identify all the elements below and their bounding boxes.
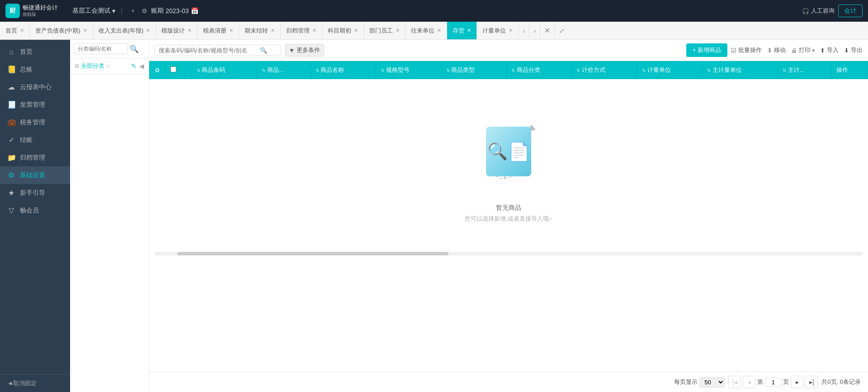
collapse-panel-icon[interactable]: ◀ xyxy=(139,62,144,70)
tab-close-all-button[interactable]: ✕ xyxy=(540,22,555,40)
tab-home-close[interactable]: ✕ xyxy=(20,28,24,33)
tab-dept[interactable]: 部门员工 ✕ xyxy=(364,22,406,40)
tab-template-label: 模版设计 xyxy=(161,27,185,35)
member-icon: ▽ xyxy=(7,206,15,215)
archive-icon: 📁 xyxy=(7,153,15,162)
tab-archive[interactable]: 归档管理 ✕ xyxy=(281,22,322,40)
sidebar-item-member[interactable]: ▽ 畅会员 xyxy=(0,202,70,219)
tab-template-close[interactable]: ✕ xyxy=(188,28,192,33)
th-action: 操作 xyxy=(831,61,868,79)
th-price-method[interactable]: ⇅ 计价方式 xyxy=(572,61,637,79)
tab-template[interactable]: 模版设计 ✕ xyxy=(156,22,198,40)
tab-home-label: 首页 xyxy=(5,27,17,35)
settings-icon-button[interactable]: ⚙ xyxy=(142,7,147,14)
category-search-input[interactable] xyxy=(74,43,128,54)
tab-subject[interactable]: 科目期初 ✕ xyxy=(322,22,364,40)
tax-icon: 💼 xyxy=(7,118,15,127)
tab-unit-label: 计量单位 xyxy=(482,27,506,35)
calendar-icon[interactable]: 📅 xyxy=(191,7,198,14)
tab-unit-close[interactable]: ✕ xyxy=(509,28,513,33)
account-button[interactable]: 会计 xyxy=(838,5,863,17)
cloud-icon: ☁ xyxy=(7,83,15,91)
toolbar: 🔍 ▼ 更多条件 + 新增商品 ☑ 批量操作 ⇕ 移 xyxy=(149,40,868,61)
page-number-input[interactable] xyxy=(765,378,781,387)
tab-expand-button[interactable]: ⤢ xyxy=(555,22,569,40)
print-chevron: ▾ xyxy=(812,48,815,53)
tab-income[interactable]: 收入支出表(年报) ✕ xyxy=(93,22,156,40)
select-all-checkbox[interactable] xyxy=(170,66,176,72)
th-settings[interactable]: ⚙ xyxy=(149,61,165,79)
edit-category-icon[interactable]: ✎ xyxy=(131,62,137,70)
scrollbar-thumb[interactable] xyxy=(177,252,448,255)
per-page-label: 每页显示 xyxy=(674,378,698,386)
page-next-button[interactable]: ▸ xyxy=(791,376,803,388)
tab-transfer[interactable]: 期末结转 ✕ xyxy=(239,22,281,40)
sidebar-item-reports[interactable]: ☁ 云报表中心 xyxy=(0,78,70,96)
sidebar-item-tax[interactable]: 💼 税务管理 xyxy=(0,113,70,131)
sidebar-item-home[interactable]: ⌂ 首页 xyxy=(0,43,70,61)
filter-button[interactable]: ▼ 更多条件 xyxy=(285,44,324,57)
add-product-button[interactable]: + 新增商品 xyxy=(686,43,727,57)
th-barcode[interactable]: ⇅ 商品条码 xyxy=(192,61,257,79)
tab-inventory-close[interactable]: ✕ xyxy=(467,28,471,33)
sidebar-item-close[interactable]: ✓ 结账 xyxy=(0,131,70,149)
th-main-unit[interactable]: ⇅ 主计量单位 xyxy=(703,61,778,79)
header-icons: ＋ ⚙ xyxy=(130,7,147,15)
tab-contacts-close[interactable]: ✕ xyxy=(437,28,441,33)
sidebar-archive-label: 归档管理 xyxy=(20,154,45,162)
th-code[interactable]: ⇅ 商品... xyxy=(257,61,311,79)
page-last-button[interactable]: ▸| xyxy=(805,376,818,388)
logo-text-block: 畅捷通好会计 旗舰版 xyxy=(23,4,58,18)
th-checkbox[interactable] xyxy=(165,61,192,79)
tab-unit[interactable]: 计量单位 ✕ xyxy=(477,22,519,40)
tab-tax[interactable]: 税表清册 ✕ xyxy=(198,22,239,40)
th-main-unit2[interactable]: ⇅ 主计... xyxy=(778,61,832,79)
sort-main2-icon: ⇅ xyxy=(783,68,786,73)
all-category-label[interactable]: 全部分类 xyxy=(81,62,104,70)
tab-tax-close[interactable]: ✕ xyxy=(229,28,233,33)
sidebar-item-invoice[interactable]: 🧾 发票管理 xyxy=(0,96,70,113)
batch-label: 批量操作 xyxy=(738,46,762,54)
import-button[interactable]: ⬆ 导入 xyxy=(820,46,839,54)
tab-prev-button[interactable]: ‹ xyxy=(519,22,529,40)
tab-income-close[interactable]: ✕ xyxy=(146,28,150,33)
tab-subject-close[interactable]: ✕ xyxy=(354,28,358,33)
tab-home[interactable]: 首页 ✕ xyxy=(0,22,30,40)
th-type[interactable]: ⇅ 商品类型 xyxy=(441,61,506,79)
product-search-input[interactable] xyxy=(159,47,258,54)
tab-next-button[interactable]: › xyxy=(529,22,540,40)
print-button[interactable]: 🖨 打印 ▾ xyxy=(791,46,815,54)
page-prev-button[interactable]: ◂ xyxy=(743,376,755,388)
service-button[interactable]: 🎧 人工咨询 xyxy=(802,7,835,15)
company-selector[interactable]: 基层工会测试 ▾ xyxy=(72,7,115,15)
per-page-select[interactable]: 50 10 20 100 xyxy=(699,377,725,387)
move-button[interactable]: ⇕ 移动 xyxy=(767,46,786,54)
page-first-button[interactable]: |◂ xyxy=(728,376,741,388)
add-tab-button[interactable]: ＋ xyxy=(130,7,136,15)
tab-dept-close[interactable]: ✕ xyxy=(396,28,400,33)
product-search-bar[interactable]: 🔍 xyxy=(155,45,281,56)
sidebar-item-ledger[interactable]: 📒 总账 xyxy=(0,61,70,78)
logo-area: 财 畅捷通好会计 旗舰版 xyxy=(5,4,69,18)
th-unit[interactable]: ⇅ 计量单位 xyxy=(637,61,702,79)
search-icon[interactable]: 🔍 xyxy=(260,47,267,54)
th-category[interactable]: ⇅ 商品分类 xyxy=(507,61,572,79)
unpin-button[interactable]: ◄取消固定 xyxy=(0,374,70,392)
th-name[interactable]: ⇅ 商品名称 xyxy=(311,61,376,79)
category-search-icon[interactable]: 🔍 xyxy=(130,45,139,53)
export-button[interactable]: ⬇ 导出 xyxy=(844,46,863,54)
tab-inventory[interactable]: 存货 ✕ xyxy=(447,22,477,40)
tab-balance[interactable]: 资产负债表(中期) ✕ xyxy=(30,22,93,40)
tab-transfer-close[interactable]: ✕ xyxy=(271,28,275,33)
tab-archive-close[interactable]: ✕ xyxy=(312,28,316,33)
tab-inventory-label: 存货 xyxy=(453,27,464,35)
tab-contacts[interactable]: 往来单位 ✕ xyxy=(406,22,447,40)
category-header: ⊞ 全部分类 ✓ ✎ ◀ xyxy=(70,58,149,74)
tab-balance-close[interactable]: ✕ xyxy=(83,28,87,33)
th-spec[interactable]: ⇅ 规格型号 xyxy=(376,61,441,79)
batch-button[interactable]: ☑ 批量操作 xyxy=(731,46,762,54)
sidebar-item-guide[interactable]: ★ 新手引导 xyxy=(0,184,70,202)
sidebar-item-settings[interactable]: ⚙ 基础设置 xyxy=(0,166,70,184)
sidebar-item-archive[interactable]: 📁 归档管理 xyxy=(0,149,70,166)
sidebar-tax-label: 税务管理 xyxy=(20,118,45,127)
